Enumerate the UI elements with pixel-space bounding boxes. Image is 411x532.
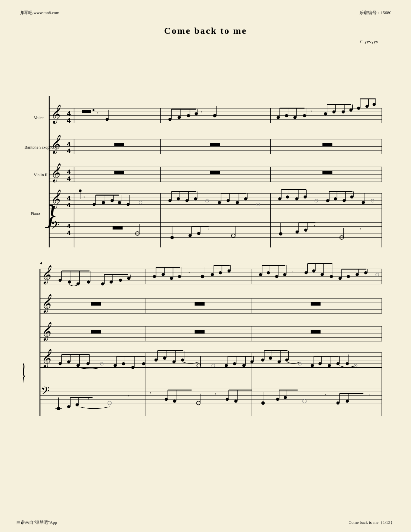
- svg-point-307: [86, 362, 89, 365]
- svg-point-118: [177, 197, 180, 200]
- svg-point-241: [267, 271, 270, 274]
- svg-rect-275: [91, 302, 101, 305]
- footer-right: Come back to me（1/13）: [349, 520, 395, 525]
- svg-text:𝄞: 𝄞: [50, 104, 61, 124]
- svg-point-325: [173, 360, 175, 363]
- svg-text:𝄞: 𝄞: [41, 294, 51, 314]
- svg-point-139: [286, 195, 289, 198]
- svg-point-331: [212, 364, 215, 367]
- svg-point-169: [135, 232, 139, 235]
- composer-section: C.yyyyyy: [13, 39, 398, 45]
- svg-point-131: [236, 201, 239, 204]
- svg-point-30: [277, 116, 279, 119]
- svg-point-400: [284, 396, 287, 399]
- svg-text:𝄾: 𝄾: [369, 395, 370, 396]
- svg-point-224: [170, 277, 173, 280]
- svg-rect-67: [114, 143, 124, 146]
- svg-point-133: [244, 197, 247, 200]
- svg-text:𝄾: 𝄾: [360, 228, 361, 230]
- svg-point-310: [113, 364, 116, 367]
- svg-point-267: [376, 273, 379, 276]
- svg-point-342: [261, 358, 264, 361]
- svg-point-231: [211, 273, 214, 276]
- svg-text:𝄞: 𝄞: [50, 189, 61, 209]
- svg-point-49: [357, 107, 360, 110]
- svg-point-156: [362, 201, 365, 204]
- svg-point-219: [153, 275, 156, 278]
- svg-point-108: [111, 199, 113, 202]
- svg-point-123: [194, 197, 197, 200]
- svg-text:4: 4: [67, 222, 71, 230]
- svg-text:𝄞: 𝄞: [41, 322, 51, 341]
- svg-point-236: [227, 269, 230, 272]
- svg-point-300: [58, 362, 61, 365]
- svg-point-374: [67, 405, 70, 408]
- svg-point-391: [226, 398, 229, 401]
- svg-point-183: [296, 230, 298, 233]
- svg-point-393: [234, 399, 237, 402]
- svg-point-116: [168, 199, 171, 202]
- svg-point-354: [319, 362, 321, 365]
- svg-point-312: [122, 362, 125, 365]
- svg-text:𝄞: 𝄞: [50, 163, 61, 183]
- header-logo: 弹琴吧 www.tan8.com: [20, 10, 59, 16]
- header: 弹琴吧 www.tan8.com 乐谱编号：15680: [13, 7, 398, 19]
- svg-rect-83: [114, 171, 124, 174]
- svg-text:𝄞: 𝄞: [41, 349, 51, 368]
- svg-point-149: [334, 197, 337, 200]
- svg-point-54: [373, 103, 376, 106]
- svg-point-179: [232, 234, 235, 237]
- svg-point-244: [275, 275, 278, 278]
- svg-point-154: [350, 195, 353, 198]
- svg-point-17: [168, 118, 171, 121]
- svg-text:𝄢: 𝄢: [51, 219, 59, 234]
- svg-text:4: 4: [67, 194, 71, 202]
- svg-point-265: [364, 271, 367, 274]
- svg-text:𝄞: 𝄞: [50, 134, 61, 154]
- title-section: Come back to me: [13, 26, 398, 36]
- svg-point-128: [227, 199, 230, 202]
- svg-text:4: 4: [67, 110, 71, 117]
- svg-text:𝄾: 𝄾: [84, 196, 85, 198]
- svg-text:Piano: Piano: [31, 211, 40, 216]
- svg-point-322: [163, 357, 166, 359]
- svg-point-305: [76, 364, 79, 367]
- svg-point-37: [303, 114, 306, 117]
- svg-point-260: [347, 275, 350, 278]
- svg-text:𝄢: 𝄢: [41, 385, 50, 399]
- svg-point-233: [219, 271, 222, 274]
- svg-point-152: [342, 199, 345, 202]
- svg-point-110: [118, 201, 121, 204]
- svg-point-24: [195, 112, 197, 115]
- svg-point-126: [218, 201, 221, 204]
- svg-point-211: [110, 280, 113, 283]
- svg-point-175: [197, 232, 200, 235]
- svg-point-229: [201, 275, 204, 278]
- svg-point-114: [139, 201, 142, 204]
- svg-point-385: [173, 399, 176, 402]
- svg-point-407: [346, 399, 349, 402]
- svg-point-22: [187, 114, 190, 117]
- svg-point-315: [131, 366, 134, 369]
- svg-point-147: [326, 199, 329, 202]
- svg-point-40: [324, 112, 327, 115]
- svg-point-352: [311, 364, 314, 367]
- svg-point-103: [92, 203, 95, 206]
- music-notation: Voice 𝄞 4 4 𝄾: [23, 48, 388, 506]
- svg-point-47: [349, 109, 352, 112]
- svg-point-403: [303, 399, 306, 403]
- svg-point-263: [356, 273, 359, 276]
- svg-text:Violin II: Violin II: [34, 173, 48, 177]
- svg-text:𝄾: 𝄾: [150, 392, 151, 394]
- svg-text:4: 4: [67, 175, 71, 182]
- svg-rect-168: [113, 226, 123, 229]
- svg-point-372: [57, 407, 60, 410]
- svg-text:4: 4: [67, 140, 71, 148]
- svg-text:4: 4: [67, 147, 71, 154]
- svg-point-42: [332, 111, 335, 113]
- svg-point-226: [178, 275, 181, 278]
- svg-point-112: [127, 203, 130, 206]
- svg-point-121: [185, 199, 188, 202]
- svg-point-207: [87, 280, 90, 283]
- svg-point-12: [92, 109, 94, 111]
